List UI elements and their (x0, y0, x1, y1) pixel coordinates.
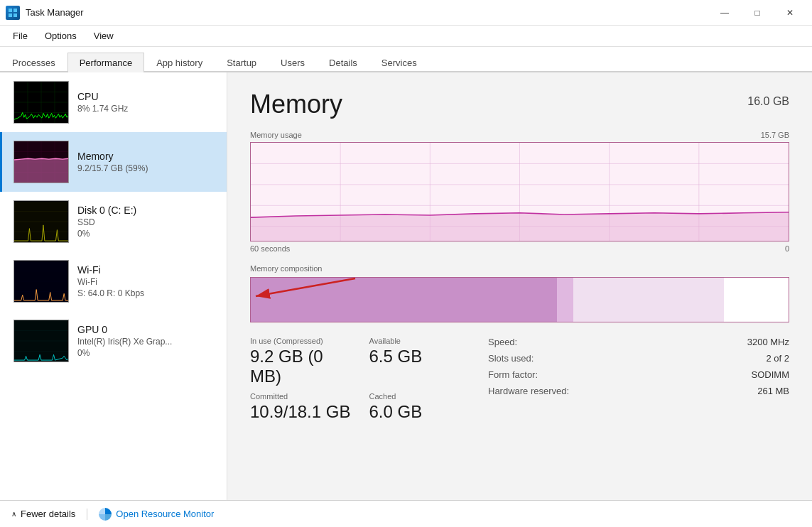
cpu-graph (13, 81, 69, 124)
memory-composition-bar (250, 277, 789, 322)
sidebar-item-cpu[interactable]: CPU 8% 1.74 GHz (0, 72, 227, 132)
gpu-graph (13, 320, 69, 362)
svg-marker-41 (251, 212, 789, 241)
title-bar: Task Manager — □ ✕ (0, 0, 812, 26)
sidebar-item-wifi[interactable]: Wi-Fi Wi-Fi S: 64.0 R: 0 Kbps (0, 251, 227, 311)
memory-sub: 9.2/15.7 GB (59%) (77, 163, 215, 173)
svg-rect-1 (13, 9, 17, 12)
tab-bar: Processes Performance App history Startu… (0, 47, 812, 72)
speed-value: 3200 MHz (747, 337, 789, 347)
tab-performance[interactable]: Performance (67, 53, 144, 72)
maximize-button[interactable]: □ (741, 0, 774, 26)
memory-usage-chart (250, 142, 789, 241)
disk-sub2: 0% (77, 229, 215, 239)
time-left: 60 seconds (250, 244, 290, 253)
detail-panel: Memory 16.0 GB Memory usage 15.7 GB (227, 72, 812, 500)
menu-options[interactable]: Options (38, 28, 84, 44)
time-label-row: 60 seconds 0 (250, 244, 789, 253)
right-stats: Speed: 3200 MHz Slots used: 2 of 2 Form … (488, 337, 789, 422)
disk-sub1: SSD (77, 217, 215, 227)
comp-standby (573, 278, 724, 322)
disk-graph (13, 200, 69, 243)
stat-speed-row: Speed: 3200 MHz (488, 337, 789, 347)
form-label: Form factor: (488, 369, 538, 380)
tab-startup[interactable]: Startup (215, 53, 269, 72)
gpu-title: GPU 0 (77, 324, 215, 335)
tab-users[interactable]: Users (269, 53, 317, 72)
wifi-info: Wi-Fi Wi-Fi S: 64.0 R: 0 Kbps (77, 264, 215, 298)
title-bar-left: Task Manager (6, 6, 84, 20)
committed-value: 10.9/18.1 GB (250, 402, 352, 422)
sidebar-item-disk[interactable]: Disk 0 (C: E:) SSD 0% (0, 192, 227, 251)
cached-value: 6.0 GB (369, 402, 472, 422)
slots-value: 2 of 2 (766, 353, 789, 364)
wifi-sub1: Wi-Fi (77, 277, 215, 287)
detail-total: 16.0 GB (747, 95, 789, 108)
stat-in-use: In use (Compressed) 9.2 GB (0 MB) (250, 337, 352, 386)
time-right: 0 (785, 244, 789, 253)
gpu-sub2: 0% (77, 348, 215, 358)
available-value: 6.5 GB (369, 347, 472, 366)
main-content: CPU 8% 1.74 GHz (0, 72, 812, 500)
close-button[interactable]: ✕ (774, 0, 806, 26)
form-value: SODIMM (752, 369, 789, 380)
comp-in-use (251, 278, 557, 322)
menu-bar: File Options View (0, 26, 812, 47)
composition-label: Memory composition (250, 264, 789, 273)
stat-hw-row: Hardware reserved: 261 MB (488, 386, 789, 396)
memory-info: Memory 9.2/15.7 GB (59%) (77, 151, 215, 173)
gpu-sub1: Intel(R) Iris(R) Xe Grap... (77, 337, 215, 347)
svg-marker-18 (14, 158, 68, 183)
in-use-label: In use (Compressed) (250, 337, 352, 345)
resource-monitor-icon (99, 508, 112, 521)
cached-label: Cached (369, 392, 472, 401)
footer-divider (87, 509, 87, 520)
svg-rect-3 (13, 13, 17, 17)
svg-rect-2 (9, 13, 12, 17)
tab-details[interactable]: Details (317, 53, 369, 72)
app-icon (6, 6, 20, 20)
tab-processes[interactable]: Processes (0, 53, 67, 72)
open-resource-label: Open Resource Monitor (116, 509, 214, 519)
memory-sidebar-graph (13, 141, 69, 183)
comp-free (724, 278, 789, 322)
usage-max: 15.7 GB (761, 131, 789, 139)
sidebar-item-memory[interactable]: Memory 9.2/15.7 GB (59%) (0, 132, 227, 192)
wifi-title: Wi-Fi (77, 264, 215, 276)
stat-available: Available 6.5 GB (369, 337, 472, 386)
wifi-sub2: S: 64.0 R: 0 Kbps (77, 288, 215, 298)
usage-label: Memory usage (250, 131, 302, 139)
slots-label: Slots used: (488, 353, 534, 364)
stat-cached: Cached 6.0 GB (369, 392, 472, 422)
stats-grid: In use (Compressed) 9.2 GB (0 MB) Availa… (250, 337, 789, 422)
menu-file[interactable]: File (6, 28, 35, 44)
svg-rect-0 (9, 9, 12, 12)
disk-title: Disk 0 (C: E:) (77, 205, 215, 216)
minimize-button[interactable]: — (708, 0, 741, 26)
open-resource-monitor-link[interactable]: Open Resource Monitor (99, 508, 214, 521)
disk-info: Disk 0 (C: E:) SSD 0% (77, 205, 215, 239)
committed-label: Committed (250, 392, 352, 401)
fewer-details-button[interactable]: ∧ Fewer details (11, 509, 75, 519)
detail-header: Memory 16.0 GB (250, 89, 789, 119)
tab-app-history[interactable]: App history (144, 53, 215, 72)
wifi-graph (13, 260, 69, 303)
hw-value: 261 MB (757, 386, 789, 396)
hw-label: Hardware reserved: (488, 386, 569, 396)
sidebar-item-gpu[interactable]: GPU 0 Intel(R) Iris(R) Xe Grap... 0% (0, 311, 227, 371)
cpu-info: CPU 8% 1.74 GHz (77, 91, 215, 114)
sidebar: CPU 8% 1.74 GHz (0, 72, 227, 500)
footer: ∧ Fewer details Open Resource Monitor (0, 500, 812, 527)
stat-committed: Committed 10.9/18.1 GB (250, 392, 352, 422)
gpu-info: GPU 0 Intel(R) Iris(R) Xe Grap... 0% (77, 324, 215, 358)
memory-title: Memory (77, 151, 215, 162)
stat-form-row: Form factor: SODIMM (488, 369, 789, 380)
available-label: Available (369, 337, 472, 345)
in-use-value: 9.2 GB (0 MB) (250, 347, 352, 386)
window-title: Task Manager (26, 7, 84, 18)
tab-services[interactable]: Services (369, 53, 429, 72)
comp-modified (557, 278, 573, 322)
detail-title: Memory (250, 89, 342, 119)
menu-view[interactable]: View (87, 28, 121, 44)
cpu-title: CPU (77, 91, 215, 102)
